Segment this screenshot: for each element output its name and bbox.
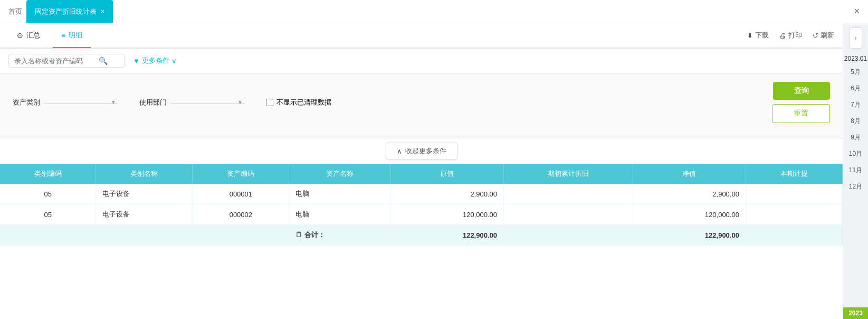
tab-summary[interactable]: ⊙ 汇总 (8, 24, 49, 48)
col-header-net-value: 净值 (633, 164, 746, 184)
refresh-label: 刷新 (821, 31, 834, 40)
total-label-cell (0, 225, 289, 246)
download-button[interactable]: ⬇ 下载 (747, 31, 769, 40)
filter-panel: 资产类别 ▼ 使用部门 ▼ 不显示已清理数据 (0, 73, 843, 138)
data-table: 类别编码 类别名称 资产编码 资产名称 原值 期初累计折旧 净值 本期计提 05… (0, 164, 843, 246)
col-header-asset-code: 资产编码 (193, 164, 289, 184)
data-table-wrapper: 类别编码 类别名称 资产编码 资产名称 原值 期初累计折旧 净值 本期计提 05… (0, 164, 843, 319)
query-button[interactable]: 查询 (773, 82, 830, 100)
table-row: 05 电子设备 000001 电脑 2,900.00 2,900.00 (0, 184, 843, 204)
main-content: ⊙ 汇总 ≡ 明细 ⬇ 下载 🖨 打印 ↺ 刷 (0, 23, 868, 319)
asset-category-arrow-icon: ▼ (111, 99, 116, 105)
sidebar-expand-button[interactable]: › (850, 27, 862, 49)
cell-current-depreciation (746, 204, 842, 225)
tab-label: 固定资产折旧统计表 (35, 7, 97, 16)
search-icon[interactable]: 🔍 (99, 57, 108, 65)
month-item[interactable]: 11月 (845, 163, 866, 178)
asset-category-label: 资产类别 (13, 98, 40, 107)
print-label: 打印 (788, 31, 802, 40)
month-item[interactable]: 12月 (845, 179, 866, 194)
tabs-actions: ⬇ 下载 🖨 打印 ↺ 刷新 (747, 31, 834, 40)
col-header-current-depreciation: 本期计提 (746, 164, 842, 184)
cell-asset-name: 电脑 (289, 204, 391, 225)
print-icon: 🖨 (779, 32, 786, 40)
department-label: 使用部门 (139, 98, 167, 107)
total-original-value: 122,900.00 (390, 225, 503, 246)
table-row: 05 电子设备 000002 电脑 120,000.00 120,000.00 (0, 204, 843, 225)
hide-cleared-label: 不显示已清理数据 (276, 98, 331, 107)
col-header-category-name: 类别名称 (96, 164, 193, 184)
cell-accumulated-depreciation (504, 204, 633, 225)
cell-asset-code: 000002 (193, 204, 289, 225)
expand-icon: › (855, 34, 857, 42)
hide-cleared-checkbox[interactable] (266, 99, 273, 106)
cell-net-value: 120,000.00 (633, 204, 746, 225)
left-panel: ⊙ 汇总 ≡ 明细 ⬇ 下载 🖨 打印 ↺ 刷 (0, 23, 843, 319)
tab-detail[interactable]: ≡ 明细 (53, 24, 91, 48)
total-current-depreciation (746, 225, 842, 246)
col-header-original-value: 原值 (390, 164, 503, 184)
home-link[interactable]: 首页 (8, 7, 22, 16)
month-item[interactable]: 7月 (845, 97, 866, 112)
asset-category-select[interactable]: ▼ (44, 101, 118, 104)
table-header-row: 类别编码 类别名称 资产编码 资产名称 原值 期初累计折旧 净值 本期计提 (0, 164, 843, 184)
more-conditions-label: 更多条件 (142, 56, 169, 65)
summary-icon: ⊙ (17, 31, 23, 40)
more-conditions-button[interactable]: ▼ 更多条件 ∨ (133, 56, 177, 65)
tabs-row: ⊙ 汇总 ≡ 明细 ⬇ 下载 🖨 打印 ↺ 刷 (0, 23, 843, 49)
date-display: 2023.01 (842, 53, 868, 64)
total-label: 🗒合计： (289, 225, 391, 246)
collapse-icon: ∧ (397, 147, 402, 155)
top-nav: 首页 固定资产折旧统计表 × × (0, 0, 868, 23)
right-sidebar: › 2023.01 5月6月7月8月9月10月11月12月 2023 (843, 23, 868, 319)
active-tab[interactable]: 固定资产折旧统计表 × (26, 0, 113, 23)
cell-asset-name: 电脑 (289, 184, 391, 204)
cell-category-code: 05 (0, 184, 96, 204)
tab-summary-label: 汇总 (26, 31, 40, 40)
cell-category-name: 电子设备 (96, 204, 193, 225)
asset-category-group: 资产类别 ▼ (13, 98, 118, 107)
hide-cleared-group: 不显示已清理数据 (266, 98, 331, 107)
department-group: 使用部门 ▼ (139, 98, 245, 107)
month-item[interactable]: 9月 (845, 130, 866, 145)
cell-asset-code: 000001 (193, 184, 289, 204)
refresh-button[interactable]: ↺ 刷新 (813, 31, 834, 40)
filter-actions: 查询 重置 (772, 82, 830, 123)
tab-detail-label: 明细 (69, 31, 82, 40)
reset-button[interactable]: 重置 (772, 104, 830, 123)
department-select[interactable]: ▼ (171, 101, 245, 104)
cell-net-value: 2,900.00 (633, 184, 746, 204)
close-window-button[interactable]: × (854, 6, 860, 17)
tabs-left: ⊙ 汇总 ≡ 明细 (8, 23, 91, 48)
month-item[interactable]: 5月 (845, 64, 866, 80)
filter-row: 资产类别 ▼ 使用部门 ▼ 不显示已清理数据 (13, 82, 830, 123)
col-header-accumulated-depreciation: 期初累计折旧 (504, 164, 633, 184)
total-accumulated-depreciation (504, 225, 633, 246)
year-badge: 2023 (843, 307, 868, 319)
col-header-category-code: 类别编码 (0, 164, 96, 184)
download-label: 下载 (755, 31, 769, 40)
search-input-wrap: 🔍 (8, 54, 125, 68)
month-list: 5月6月7月8月9月10月11月12月 (843, 64, 868, 194)
search-bar: 🔍 ▼ 更多条件 ∨ (0, 49, 843, 73)
department-arrow-icon: ▼ (237, 99, 243, 105)
cell-accumulated-depreciation (504, 184, 633, 204)
month-item[interactable]: 6月 (845, 81, 866, 96)
collapse-row: ∧ 收起更多条件 (0, 138, 843, 164)
cell-original-value: 120,000.00 (390, 204, 503, 225)
search-input[interactable] (14, 57, 99, 65)
cell-original-value: 2,900.00 (390, 184, 503, 204)
collapse-label: 收起更多条件 (405, 146, 446, 156)
print-button[interactable]: 🖨 打印 (779, 31, 802, 40)
month-item[interactable]: 10月 (845, 146, 866, 162)
filter-icon: ▼ (133, 57, 140, 65)
download-icon: ⬇ (747, 32, 753, 40)
col-header-asset-name: 资产名称 (289, 164, 391, 184)
cell-category-name: 电子设备 (96, 184, 193, 204)
month-item[interactable]: 8月 (845, 114, 866, 129)
collapse-button[interactable]: ∧ 收起更多条件 (386, 143, 457, 160)
cell-current-depreciation (746, 184, 842, 204)
detail-icon: ≡ (61, 31, 65, 40)
close-tab-button[interactable]: × (101, 8, 104, 15)
total-net-value: 122,900.00 (633, 225, 746, 246)
